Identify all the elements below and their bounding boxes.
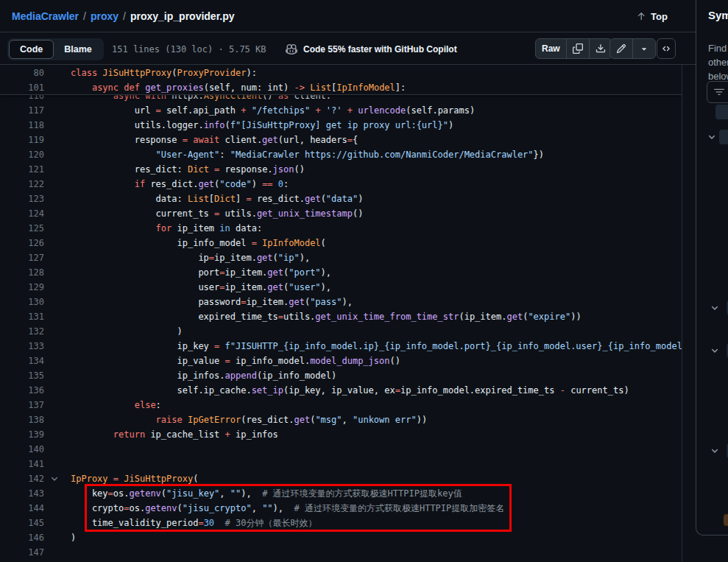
symbols-description: Find definitions and references for func…	[708, 41, 728, 83]
code-line-content: ip_key = f"JISUHTTP_{ip_info_model.ip}_{…	[71, 339, 682, 354]
code-line-content: time_validity_period=30 # 30分钟（最长时效）	[71, 516, 317, 530]
line-number[interactable]: 118	[0, 118, 44, 133]
line-number[interactable]: 136	[0, 383, 44, 398]
code-line-129: 129 user=ip_item.get("user"),	[0, 280, 682, 295]
code-line-content: expired_time_ts=utils.get_unix_time_from…	[71, 309, 582, 324]
code-line-122: 122 if res_dict.get("code") == 0:	[0, 177, 682, 192]
line-number[interactable]: 127	[0, 250, 44, 265]
line-number[interactable]: 147	[0, 545, 44, 560]
line-number[interactable]: 140	[0, 442, 44, 457]
code-line-content: raise IpGetError(res_dict.get("msg", "un…	[71, 412, 427, 427]
line-number[interactable]: 117	[0, 103, 44, 118]
code-line-content: self.ip_cache.set_ip(ip_key, ip_value, e…	[71, 383, 629, 398]
code-line-content: return ip_cache_list + ip_infos	[71, 427, 278, 442]
scroll-to-top-button[interactable]: Top	[632, 6, 672, 27]
code-line-137: 137 else:	[0, 398, 682, 412]
line-number[interactable]: 134	[0, 354, 44, 368]
line-number[interactable]: 139	[0, 427, 44, 442]
code-line-128: 128 port=ip_item.get("port"),	[0, 265, 682, 280]
symbols-panel: Symbols Find definitions and references …	[696, 0, 728, 535]
code-viewport[interactable]: 116 async with httpx.AsyncClient() as cl…	[0, 65, 682, 562]
symbols-heading: Symbols	[708, 9, 728, 21]
code-line-147: 147	[0, 545, 682, 560]
code-line-101: 101 async def get_proxies(self, num: int…	[0, 80, 682, 95]
line-number[interactable]: 137	[0, 398, 44, 412]
line-number[interactable]: 101	[0, 80, 44, 95]
line-number[interactable]: 138	[0, 412, 44, 427]
code-line-126: 126 ip_info_model = IpInfoModel(	[0, 236, 682, 250]
code-line-121: 121 res_dict: Dict = response.json()	[0, 162, 682, 177]
breadcrumb-separator: /	[79, 10, 91, 22]
copy-icon	[573, 43, 583, 54]
line-number[interactable]: 124	[0, 206, 44, 221]
symbol-tree-item[interactable]	[710, 343, 728, 358]
symbol-tree-item[interactable]	[724, 514, 728, 526]
symbol-tree-item[interactable]	[707, 130, 728, 144]
line-number[interactable]: 119	[0, 133, 44, 147]
code-line-content: crypto=os.getenv("jisu_crypto", ""), # 通…	[71, 501, 504, 516]
code-line-content: utils.logger.info(f"[JiSuHttpProxy] get …	[71, 118, 453, 133]
tab-code[interactable]: Code	[9, 40, 54, 59]
chevron-down-icon	[710, 346, 719, 355]
symbol-tree-item[interactable]	[710, 443, 728, 458]
code-line-127: 127 ip=ip_item.get("ip"),	[0, 250, 682, 265]
code-line-135: 135 ip_infos.append(ip_info_model)	[0, 368, 682, 383]
sticky-scope-header: 80class JiSuHttpProxy(ProxyProvider):101…	[0, 65, 682, 95]
fold-chevron-down-icon[interactable]	[50, 474, 59, 483]
code-line-139: 139 return ip_cache_list + ip_infos	[0, 427, 682, 442]
line-number[interactable]: 143	[0, 486, 44, 501]
code-line-content: )	[71, 324, 183, 339]
breadcrumb-repo-link[interactable]: MediaCrawler	[12, 10, 79, 22]
line-number[interactable]: 146	[0, 530, 44, 545]
line-number[interactable]: 121	[0, 162, 44, 177]
breadcrumb: MediaCrawler/proxy/proxy_ip_provider.py	[12, 10, 235, 22]
line-number[interactable]: 145	[0, 516, 44, 530]
line-number[interactable]: 123	[0, 192, 44, 206]
line-number[interactable]: 80	[0, 66, 44, 80]
code-line-119: 119 response = await client.get(url, hea…	[0, 133, 682, 147]
edit-file-button[interactable]	[610, 39, 632, 58]
code-line-content: port=ip_item.get("port"),	[71, 265, 331, 280]
tab-blame[interactable]: Blame	[54, 40, 102, 59]
line-number[interactable]: 142	[0, 471, 44, 486]
edit-dropdown-button[interactable]	[632, 39, 655, 58]
line-number[interactable]: 129	[0, 280, 44, 295]
top-button-label: Top	[651, 11, 668, 22]
github-file-page: { "breadcrumb": { "repo": "MediaCrawler"…	[0, 0, 728, 562]
line-number[interactable]: 132	[0, 324, 44, 339]
line-number[interactable]: 122	[0, 177, 44, 192]
line-number[interactable]: 135	[0, 368, 44, 383]
line-number[interactable]: 130	[0, 295, 44, 309]
code-line-141: 141	[0, 457, 682, 471]
code-line-120: 120 "User-Agent": "MediaCrawler https://…	[0, 147, 682, 162]
breadcrumb-folder-link[interactable]: proxy	[91, 10, 119, 22]
code-line-content: if res_dict.get("code") == 0:	[71, 177, 289, 192]
code-line-130: 130 password=ip_item.get("pass"),	[0, 295, 682, 309]
chevron-down-icon	[707, 133, 716, 141]
symbols-pane-toggle-button[interactable]	[657, 38, 676, 59]
download-raw-button[interactable]	[589, 39, 612, 58]
symbol-tree-item[interactable]	[715, 105, 728, 119]
symbols-filter-input[interactable]	[707, 81, 728, 103]
line-number[interactable]: 128	[0, 265, 44, 280]
symbol-pill	[719, 130, 728, 144]
line-number[interactable]: 131	[0, 309, 44, 324]
copilot-banner[interactable]: Code 55% faster with GitHub Copilot	[286, 33, 457, 65]
edit-actions-group	[609, 38, 656, 59]
code-line-content: ip_info_model = IpInfoModel(	[71, 236, 326, 250]
raw-button[interactable]: Raw	[536, 39, 566, 58]
line-number[interactable]: 125	[0, 221, 44, 236]
line-number[interactable]: 144	[0, 501, 44, 516]
symbol-tree-item[interactable]	[710, 301, 728, 315]
line-number[interactable]: 141	[0, 457, 44, 471]
code-line-content: "User-Agent": "MediaCrawler https://gith…	[71, 147, 544, 162]
code-line-138: 138 raise IpGetError(res_dict.get("msg",…	[0, 412, 682, 427]
code-line-content: url = self.api_path + "/fetchips" + '?' …	[71, 103, 475, 118]
code-line-144: 144 crypto=os.getenv("jisu_crypto", ""),…	[0, 501, 682, 516]
line-number[interactable]: 120	[0, 147, 44, 162]
line-number[interactable]: 126	[0, 236, 44, 250]
line-number[interactable]: 133	[0, 339, 44, 354]
code-line-123: 123 data: List[Dict] = res_dict.get("dat…	[0, 192, 682, 206]
code-line-content: class JiSuHttpProxy(ProxyProvider):	[71, 66, 257, 80]
copy-raw-button[interactable]	[566, 39, 589, 58]
